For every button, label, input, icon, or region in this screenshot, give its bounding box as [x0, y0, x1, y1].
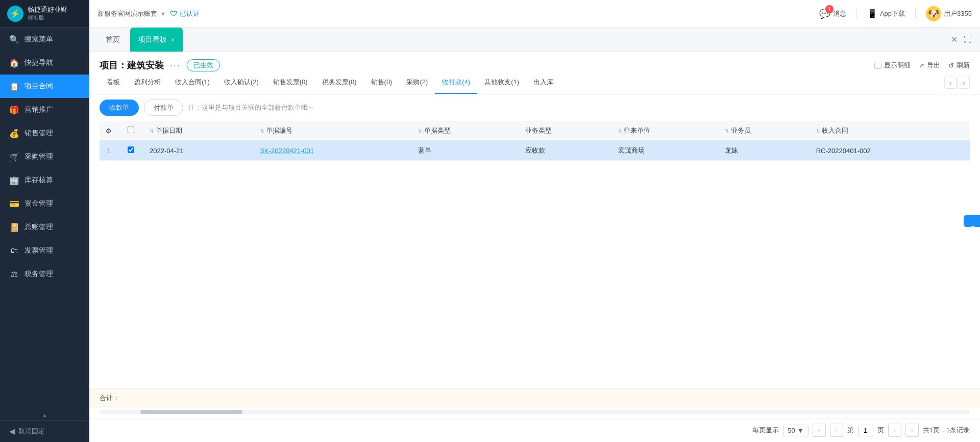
sidebar-unpin-button[interactable]: ◀ 取消固定 [0, 420, 89, 442]
tab-purchase[interactable]: 采购(2) [399, 71, 435, 94]
sidebar-item-project[interactable]: 📋 项目合同 [0, 75, 89, 98]
tabs-next-button[interactable]: › [958, 77, 970, 89]
sub-tab-payment[interactable]: 付款单 [144, 100, 183, 116]
refresh-button[interactable]: ↺ 刷新 [948, 61, 970, 70]
table-row[interactable]: 1 2022-04-21 SK-20220421-001 蓝单 应收款 宏茂商场… [100, 141, 970, 161]
prev-page-button[interactable]: ‹ [830, 424, 843, 437]
scrollbar-thumb[interactable] [140, 410, 242, 414]
feedback-button[interactable]: 反馈 [964, 215, 980, 227]
th-partner[interactable]: ⇅ 往来单位 [612, 121, 719, 141]
sidebar-item-sales[interactable]: 💰 销售管理 [0, 121, 89, 145]
inventory-icon: 🏢 [9, 175, 19, 185]
td-code[interactable]: SK-20220421-001 [254, 141, 412, 161]
tab-project-board[interactable]: 项目看板 × [130, 28, 183, 52]
username: 用户3355 [944, 9, 972, 18]
tabs-navigation: ‹ › [944, 77, 970, 89]
tab-close-icon[interactable]: × [171, 36, 175, 43]
export-button[interactable]: ↗ 导出 [919, 61, 940, 70]
th-date[interactable]: ⇅ 单据日期 [143, 121, 254, 141]
page-label: 第 [847, 426, 854, 435]
table-scrollbar[interactable] [89, 408, 980, 418]
pagination: 每页显示 50 ▼ « ‹ 第 页 › » 共1页，1条记录 [89, 418, 980, 442]
chevron-down-icon2: ▼ [797, 427, 804, 434]
tab-profit[interactable]: 盈利分析 [127, 71, 168, 94]
tab-inout[interactable]: 出入库 [526, 71, 560, 94]
page-unit-label: 页 [877, 426, 884, 435]
table-total-row: 合计： [89, 388, 980, 408]
row-checkbox[interactable] [128, 146, 134, 153]
first-page-button[interactable]: « [813, 424, 826, 437]
header-left: 新服务官网演示账套 ▼ 🛡 已认证 [97, 9, 200, 18]
sidebar-item-purchase[interactable]: 🛒 采购管理 [0, 145, 89, 168]
sidebar-item-marketing[interactable]: 🎁 营销推广 [0, 98, 89, 121]
scrollbar-track [100, 410, 970, 414]
next-page-button[interactable]: › [888, 424, 901, 437]
th-settings[interactable]: ⚙ [100, 121, 118, 141]
sidebar-item-shortcut[interactable]: 🏠 快捷导航 [0, 51, 89, 75]
sidebar-item-inventory[interactable]: 🏢 库存核算 [0, 168, 89, 192]
tab-sales-invoice[interactable]: 销售发票(0) [266, 71, 315, 94]
tab-income-contract[interactable]: 收入合同(1) [168, 71, 217, 94]
window-controls: ✕ ⛶ [951, 28, 972, 52]
window-close-button[interactable]: ✕ [951, 35, 958, 44]
certified-badge: 🛡 已认证 [170, 9, 200, 18]
top-header: 新服务官网演示账套 ▼ 🛡 已认证 💬 1 消息 📱 App下载 [89, 0, 980, 28]
last-page-button[interactable]: » [905, 424, 919, 437]
message-button[interactable]: 💬 1 消息 [819, 8, 846, 19]
tab-income-confirm[interactable]: 收入确认(2) [217, 71, 266, 94]
page-number-input[interactable] [858, 425, 873, 436]
per-page-select[interactable]: 50 ▼ [783, 425, 808, 436]
td-date: 2022-04-21 [143, 141, 254, 161]
sidebar-logo: ⚡ 畅捷通好业财 标准版 [0, 0, 89, 28]
search-icon: 🔍 [9, 34, 19, 44]
td-partner: 宏茂商场 [612, 141, 719, 161]
message-count-badge: 1 [825, 5, 834, 13]
th-type[interactable]: ⇅ 单据类型 [412, 121, 519, 141]
show-detail-toggle[interactable]: 显示明细 [874, 61, 911, 70]
sidebar-nav: 🔍 搜索菜单 🏠 快捷导航 📋 项目合同 🎁 营销推广 💰 销售管理 🛒 采购管… [0, 28, 89, 410]
status-badge: 已生效 [187, 59, 220, 71]
export-icon: ↗ [919, 62, 924, 69]
th-checkbox [118, 121, 143, 141]
chevron-down-icon: ▼ [160, 11, 166, 17]
purchase-icon: 🛒 [9, 152, 19, 162]
window-maximize-button[interactable]: ⛶ [964, 35, 972, 44]
divider [856, 9, 857, 19]
user-menu-button[interactable]: 🐶 用户3355 [926, 6, 972, 21]
page-title: 项目：建筑安装 [100, 59, 164, 71]
sub-tab-receipt[interactable]: 收款单 [100, 100, 139, 116]
tab-tax-invoice[interactable]: 税务发票(0) [315, 71, 364, 94]
sort-icon6: ⇅ [816, 128, 820, 134]
select-all-checkbox[interactable] [128, 127, 134, 133]
sidebar-item-capital[interactable]: 💳 资金管理 [0, 192, 89, 215]
tab-sales[interactable]: 销售(0) [364, 71, 400, 94]
sidebar-item-tax[interactable]: ⚖ 税务管理 [0, 262, 89, 286]
sub-tab-note: 注：这里是与项目关联的全部收付款单哦～ [188, 103, 314, 112]
marketing-icon: 🎁 [9, 105, 19, 115]
sort-icon4: ⇅ [618, 128, 622, 134]
data-table: ⚙ ⇅ 单据日期 ⇅ 单据编号 ⇅ 单据类型 [100, 121, 970, 161]
tab-other-income[interactable]: 其他收支(1) [477, 71, 526, 94]
home-icon: 🏠 [9, 58, 19, 68]
more-options-button[interactable]: ··· [170, 60, 181, 71]
th-code[interactable]: ⇅ 单据编号 [254, 121, 412, 141]
sidebar-scroll-hint: ▲ [0, 410, 89, 420]
sidebar-item-ledger[interactable]: 📔 总账管理 [0, 215, 89, 239]
tab-kanban[interactable]: 看板 [100, 71, 127, 94]
avatar: 🐶 [926, 6, 941, 21]
logo-text: 畅捷通好业财 标准版 [28, 6, 67, 22]
td-biz-type: 应收款 [519, 141, 612, 161]
sort-icon3: ⇅ [418, 128, 422, 134]
mobile-icon: 📱 [867, 9, 877, 18]
th-contract[interactable]: ⇅ 收入合同 [810, 121, 970, 141]
app-download-button[interactable]: 📱 App下载 [867, 9, 905, 18]
th-biz-type: 业务类型 [519, 121, 612, 141]
sidebar-item-invoice[interactable]: 🗂 发票管理 [0, 239, 89, 262]
account-selector[interactable]: 新服务官网演示账套 ▼ [97, 9, 166, 18]
ledger-icon: 📔 [9, 222, 19, 232]
tab-home[interactable]: 首页 [97, 28, 128, 52]
tabs-prev-button[interactable]: ‹ [944, 77, 957, 89]
th-salesman[interactable]: ⇅ 业务员 [719, 121, 810, 141]
tab-payment[interactable]: 收付款(4) [435, 71, 477, 94]
sidebar-item-search[interactable]: 🔍 搜索菜单 [0, 28, 89, 51]
